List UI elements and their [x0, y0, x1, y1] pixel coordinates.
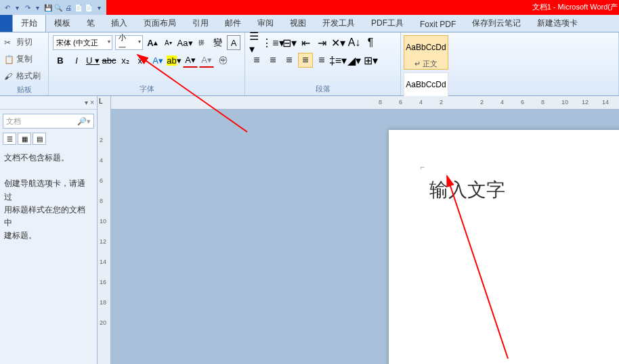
group-styles: AaBbCcDd ↵ 正文 AaBbCcDd ↵ 无间隔 AaBl 标题 1 A… [401, 32, 619, 95]
font-size-select[interactable]: 小一▾ [115, 35, 143, 50]
align-center-button[interactable]: ≡ [265, 53, 280, 68]
nav-tab-results[interactable]: ▤ [33, 133, 46, 145]
grow-font-button[interactable]: A▴ [146, 35, 158, 50]
ruler-v-num: 14 [100, 258, 106, 265]
cut-button[interactable]: ✂剪切 [4, 35, 44, 49]
highlight-button[interactable]: ab▾ [167, 53, 182, 68]
copy-icon: 📋 [4, 55, 14, 64]
quick-access-toolbar: ↶ ▾ ↷ ▾ 💾 🔍 🖨 📄 📄 ▾ [0, 0, 106, 15]
preview-icon[interactable]: 🔍 [54, 3, 62, 12]
ruler-v-num: 4 [100, 157, 103, 164]
font-color2-button[interactable]: A▾ [199, 53, 214, 68]
down-icon[interactable]: ▾ [13, 3, 22, 12]
redo-icon[interactable]: ↷ [23, 3, 32, 12]
subscript-button[interactable]: x₂ [118, 53, 133, 68]
align-right-button[interactable]: ≡ [282, 53, 297, 68]
ruler-v-num: 16 [100, 279, 106, 286]
clear-format-button[interactable]: 變 [211, 35, 224, 50]
file-tab[interactable] [0, 14, 12, 32]
shrink-font-button[interactable]: A▾ [162, 35, 175, 50]
doc-icon[interactable]: 📄 [74, 3, 83, 12]
format-painter-button[interactable]: 🖌格式刷 [4, 69, 44, 83]
align-left-button[interactable]: ≡ [249, 53, 264, 68]
tab-cloud[interactable]: 保存到云笔记 [464, 15, 529, 32]
nav-message: 文档不包含标题。 创建导航选项卡，请通过 用标题样式在您的文档中 建标题。 [0, 145, 97, 249]
indent-decrease-button[interactable]: ⇤ [298, 35, 313, 50]
ruler-h-num: 6 [521, 99, 524, 106]
sort-button[interactable]: A↓ [347, 35, 362, 50]
italic-button[interactable]: I [69, 53, 84, 68]
ruler-v-num: 10 [100, 218, 106, 225]
font-family-select[interactable]: 宋体 (中文正▾ [53, 35, 112, 50]
enclosed-char-button[interactable]: ㊥ [215, 53, 230, 68]
tab-developer[interactable]: 开发工具 [314, 15, 363, 32]
text-effects-button[interactable]: A▾ [150, 53, 165, 68]
text-direction-button[interactable]: ✕▾ [330, 35, 345, 50]
tab-newtab[interactable]: 新建选项卡 [529, 15, 586, 32]
ribbon-tabs: 开始 模板 笔 插入 页面布局 引用 邮件 审阅 视图 开发工具 PDF工具 F… [0, 15, 619, 32]
tab-references[interactable]: 引用 [184, 15, 217, 32]
tab-home[interactable]: 开始 [12, 14, 46, 32]
bold-button[interactable]: B [53, 53, 68, 68]
page-text[interactable]: 输入文字 [429, 177, 619, 203]
style-nospace-preview: AaBbCcDd [406, 73, 446, 96]
nav-msg-line2: 创建导航选项卡，请通过 [4, 177, 93, 203]
ruler-h-num: 2 [480, 99, 484, 106]
ruler-v-num: 20 [100, 319, 106, 326]
change-case-button[interactable]: Aa▾ [177, 35, 192, 50]
indent-increase-button[interactable]: ⇥ [314, 35, 329, 50]
canvas-wrap: 86422468101214161820222426 ⌐ 输入文字 [111, 96, 619, 364]
nav-search-input[interactable]: 文档 🔎▾ [3, 114, 94, 129]
tab-insert[interactable]: 插入 [103, 15, 135, 32]
tab-view[interactable]: 视图 [282, 15, 314, 32]
shading-button[interactable]: ◢▾ [347, 53, 362, 68]
char-border-button[interactable]: A [227, 35, 240, 50]
tab-template[interactable]: 模板 [46, 15, 79, 32]
ruler-h-num: 14 [602, 99, 609, 106]
line-spacing-button[interactable]: ‡≡▾ [330, 53, 345, 68]
ruler-h-num: 2 [440, 99, 443, 106]
paragraph-group-label: 段落 [249, 83, 396, 94]
document-canvas[interactable]: ⌐ 输入文字 [111, 110, 619, 364]
copy-label: 复制 [16, 53, 33, 65]
print-icon[interactable]: 🖨 [64, 3, 73, 12]
ruler-h-num: 4 [500, 99, 504, 106]
tab-pen[interactable]: 笔 [79, 15, 103, 32]
ruler-v-num: 18 [100, 299, 106, 306]
ruler-h-num: 10 [561, 99, 568, 106]
phonetic-button[interactable]: 拼 [195, 35, 208, 50]
multilevel-list-button[interactable]: ⊟▾ [282, 35, 297, 50]
ruler-h-num: 6 [399, 99, 402, 106]
borders-button[interactable]: ⊞▾ [363, 53, 378, 68]
superscript-button[interactable]: x² [134, 53, 149, 68]
align-justify-button[interactable]: ≡ [298, 53, 313, 68]
save-icon[interactable]: 💾 [43, 3, 52, 12]
font-color-button[interactable]: A▾ [183, 53, 198, 68]
align-distribute-button[interactable]: ≡ [314, 53, 329, 68]
nav-tab-outline[interactable]: ☰ [3, 133, 16, 145]
strike-button[interactable]: abc [102, 53, 116, 68]
vertical-ruler: L 2468101214161820 [98, 96, 111, 364]
tab-foxit[interactable]: Foxit PDF [412, 17, 464, 32]
underline-button[interactable]: U ▾ [85, 53, 100, 68]
scissors-icon: ✂ [4, 38, 14, 47]
document-page[interactable]: ⌐ 输入文字 [389, 130, 619, 364]
tab-layout[interactable]: 页面布局 [135, 15, 184, 32]
nav-tab-pages[interactable]: ▦ [18, 133, 31, 145]
style-normal[interactable]: AaBbCcDd ↵ 正文 [404, 35, 448, 70]
tab-pdf[interactable]: PDF工具 [363, 15, 412, 32]
group-paragraph: ☰ ▾ ⋮≡▾ ⊟▾ ⇤ ⇥ ✕▾ A↓ ¶ ≡ ≡ ≡ ≡ ≡ ‡≡▾ ◢▾ … [245, 32, 401, 95]
number-list-button[interactable]: ⋮≡▾ [265, 35, 280, 50]
tab-mail[interactable]: 邮件 [217, 15, 249, 32]
ruler-v-num: 6 [100, 177, 103, 184]
down-icon[interactable]: ▾ [95, 3, 104, 12]
undo-icon[interactable]: ↶ [3, 3, 12, 12]
show-marks-button[interactable]: ¶ [363, 35, 378, 50]
copy-button[interactable]: 📋复制 [4, 52, 44, 66]
doc2-icon[interactable]: 📄 [85, 3, 93, 12]
down-icon[interactable]: ▾ [33, 3, 42, 12]
style-normal-preview: AaBbCcDd [406, 36, 446, 59]
nav-search-placeholder: 文档 [6, 116, 21, 127]
chevron-down-icon: ▾ [138, 39, 141, 45]
ruler-v-num: 12 [100, 238, 106, 245]
